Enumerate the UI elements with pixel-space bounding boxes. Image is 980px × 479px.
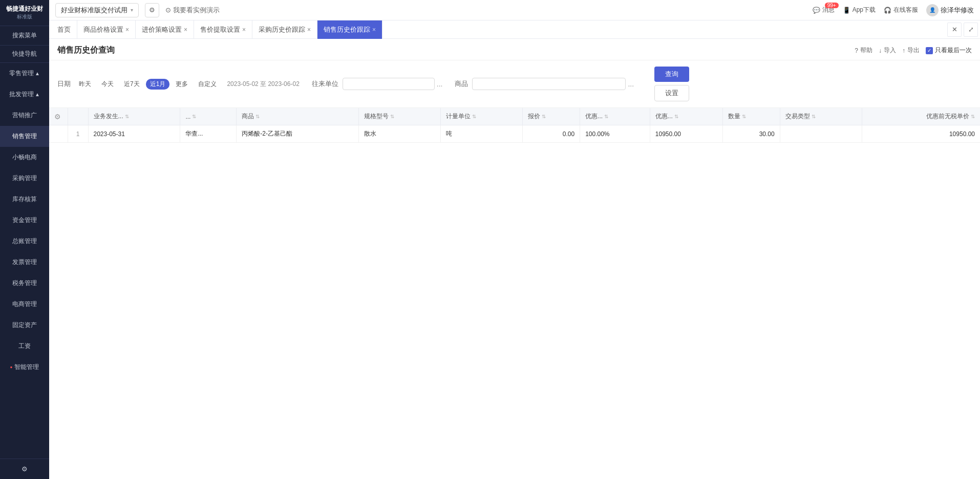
- sidebar-item-ecom-small[interactable]: 小畅电商: [0, 147, 49, 168]
- close-icon: ✕: [952, 26, 957, 33]
- product-search-dots[interactable]: ...: [628, 80, 634, 88]
- tab-home[interactable]: 首页: [51, 20, 77, 39]
- row-more-cell: 华查...: [180, 125, 237, 143]
- top-header: 好业财标准版交付试用 ▾ ⚙ ⊙ 我要看实例演示 💬 消息 99+ 📱 App下…: [49, 0, 980, 20]
- supplier-input[interactable]: [343, 78, 435, 90]
- date-btn-today[interactable]: 今天: [97, 79, 118, 90]
- sort-icon-type: ⇅: [812, 114, 816, 119]
- product-filter: 商品 ...: [455, 78, 634, 90]
- tab-sales-history-close[interactable]: ×: [372, 26, 376, 33]
- product-input[interactable]: [472, 78, 626, 90]
- product-label: 商品: [455, 79, 468, 89]
- last-only-checkbox[interactable]: ✓ 只看最后一次: [926, 46, 972, 55]
- app-download-button[interactable]: 📱 App下载: [843, 6, 876, 14]
- col-unit[interactable]: 计量单位 ⇅: [441, 108, 523, 125]
- tab-maximize-btn[interactable]: ⤢: [964, 23, 978, 37]
- messages-button[interactable]: 💬 消息 99+: [813, 6, 835, 14]
- date-btn-last7[interactable]: 近7天: [120, 79, 144, 90]
- tab-purchase-history[interactable]: 采购历史价跟踪 ×: [252, 20, 317, 39]
- col-qty[interactable]: 数量 ⇅: [722, 108, 780, 125]
- table-area: ⚙ 业务发生... ⇅ ... ⇅: [49, 108, 980, 479]
- help-link[interactable]: ? 帮助: [855, 46, 872, 55]
- tab-price-strategy[interactable]: 进价策略设置 ×: [136, 20, 194, 39]
- export-link[interactable]: ↑ 导出: [902, 46, 920, 55]
- sort-icon-date: ⇅: [125, 114, 129, 119]
- tab-product-price-close[interactable]: ×: [125, 26, 129, 33]
- sidebar-item-general[interactable]: 总账管理: [0, 231, 49, 252]
- sidebar-item-wholesale[interactable]: 批发管理 ▲: [0, 84, 49, 105]
- product-input-group: ...: [472, 78, 634, 90]
- header-right: 💬 消息 99+ 📱 App下载 🎧 在线客服 👤 徐泽华修改: [813, 4, 974, 16]
- row-product-cell: 丙烯酸-2-乙基己酯: [237, 125, 359, 143]
- tab-price-extract-label: 售价提取设置: [200, 25, 240, 34]
- col-price[interactable]: 报价 ⇅: [523, 108, 580, 125]
- col-more[interactable]: ... ⇅: [180, 108, 237, 125]
- sidebar-quick-nav[interactable]: 快捷导航: [0, 46, 49, 63]
- sidebar-item-tax[interactable]: 税务管理: [0, 273, 49, 294]
- tab-price-extract[interactable]: 售价提取设置 ×: [194, 20, 252, 39]
- supplier-input-group: ...: [343, 78, 443, 90]
- tab-bar: 首页 商品价格设置 × 进价策略设置 × 售价提取设置 × 采购历史价跟踪 × …: [49, 20, 980, 39]
- sidebar-item-purchase[interactable]: 采购管理: [0, 168, 49, 189]
- col-type[interactable]: 交易类型 ⇅: [780, 108, 862, 125]
- col-date[interactable]: 业务发生... ⇅: [88, 108, 180, 125]
- tab-product-price-label: 商品价格设置: [83, 25, 123, 34]
- col-notax-price[interactable]: 优惠前无税单价 ⇅: [862, 108, 980, 125]
- date-btn-yesterday[interactable]: 昨天: [75, 79, 95, 90]
- play-icon: ⊙: [165, 6, 171, 14]
- sidebar-item-inventory[interactable]: 库存核算: [0, 189, 49, 210]
- sidebar-item-sales[interactable]: 销售管理: [0, 126, 49, 147]
- demo-button[interactable]: ⊙ 我要看实例演示: [165, 6, 220, 15]
- message-icon: 💬: [813, 7, 820, 14]
- tab-price-strategy-close[interactable]: ×: [184, 26, 187, 33]
- user-button[interactable]: 👤 徐泽华修改: [926, 4, 974, 16]
- query-button[interactable]: 查询: [654, 67, 689, 82]
- supplier-label: 往来单位: [312, 79, 338, 89]
- version-selector[interactable]: 好业财标准版交付试用 ▾: [55, 3, 139, 17]
- tab-price-extract-close[interactable]: ×: [242, 26, 246, 33]
- sidebar-item-retail[interactable]: 零售管理 ▲: [0, 63, 49, 84]
- col-product[interactable]: 商品 ⇅: [237, 108, 359, 125]
- col-discount2[interactable]: 优惠... ⇅: [650, 108, 722, 125]
- tab-purchase-history-close[interactable]: ×: [307, 26, 311, 33]
- sidebar-item-invoice[interactable]: 发票管理: [0, 252, 49, 273]
- demo-label: 我要看实例演示: [173, 6, 220, 15]
- table-gear-icon[interactable]: ⚙: [54, 113, 61, 121]
- sidebar-item-smart[interactable]: 智能管理: [0, 357, 49, 378]
- col-spec[interactable]: 规格型号 ⇅: [359, 108, 441, 125]
- row-date-cell: 2023-05-31: [88, 125, 180, 143]
- settings-button[interactable]: 设置: [654, 85, 689, 101]
- sidebar-settings-btn[interactable]: ⚙: [0, 459, 49, 479]
- sidebar-item-assets[interactable]: 固定资产: [0, 315, 49, 336]
- sort-icon-unit: ⇅: [472, 114, 476, 119]
- help-label: 帮助: [860, 46, 872, 55]
- sort-icon-discount1: ⇅: [604, 114, 608, 119]
- col-type-label: 交易类型: [785, 112, 810, 121]
- sidebar-item-salary[interactable]: 工资: [0, 336, 49, 357]
- sidebar-item-label: 总账管理: [12, 237, 37, 246]
- row-discount2-cell: 10950.00: [650, 125, 722, 143]
- sidebar-item-marketing[interactable]: 营销推广: [0, 105, 49, 126]
- import-link[interactable]: ↓ 导入: [879, 46, 896, 55]
- sidebar-logo[interactable]: 畅捷通好业财 标准版: [0, 0, 49, 26]
- sidebar-item-label: 智能管理: [14, 363, 39, 372]
- sort-icon-product: ⇅: [255, 114, 260, 119]
- tab-product-price[interactable]: 商品价格设置 ×: [77, 20, 136, 39]
- tab-close-window-btn[interactable]: ✕: [947, 23, 962, 37]
- sidebar-item-label: 税务管理: [12, 279, 37, 288]
- sidebar-search-menu[interactable]: 搜索菜单: [0, 26, 49, 46]
- date-btn-custom[interactable]: 自定义: [194, 79, 221, 90]
- sidebar-item-ecom[interactable]: 电商管理: [0, 294, 49, 315]
- sidebar-item-label: 小畅电商: [12, 153, 37, 162]
- col-discount1[interactable]: 优惠... ⇅: [580, 108, 650, 125]
- col-discount1-label: 优惠...: [585, 112, 603, 121]
- sidebar-item-label: 库存核算: [12, 195, 37, 204]
- header-gear-button[interactable]: ⚙: [145, 3, 159, 17]
- supplier-search-dots[interactable]: ...: [437, 80, 443, 88]
- date-btn-last1month[interactable]: 近1月: [146, 79, 170, 90]
- date-btn-more[interactable]: 更多: [172, 79, 192, 90]
- online-service-button[interactable]: 🎧 在线客服: [884, 6, 918, 14]
- sort-icon-notax: ⇅: [971, 114, 975, 119]
- sidebar-item-capital[interactable]: 资金管理: [0, 210, 49, 231]
- tab-sales-history[interactable]: 销售历史价跟踪 ×: [317, 20, 382, 39]
